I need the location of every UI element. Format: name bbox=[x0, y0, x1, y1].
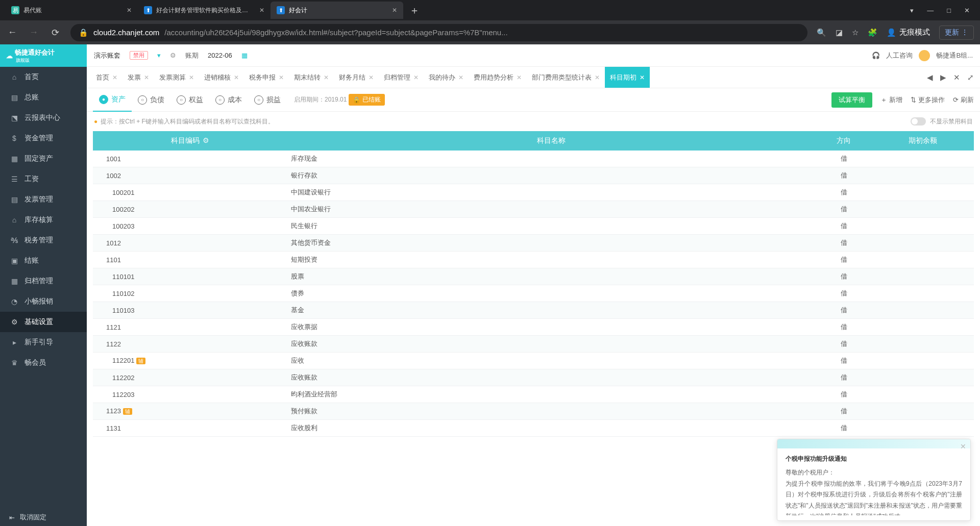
table-row[interactable]: 112201辅 应收 借 bbox=[93, 353, 974, 369]
subject-balance[interactable] bbox=[872, 302, 974, 319]
table-row[interactable]: 110101 股票 借 bbox=[93, 268, 974, 285]
maximize-icon[interactable]: □ bbox=[947, 7, 951, 14]
table-row[interactable]: 100201 中国建设银行 借 bbox=[93, 184, 974, 201]
page-tab-4[interactable]: 税务申报✕ bbox=[244, 67, 289, 88]
hide-disabled-toggle[interactable] bbox=[911, 117, 926, 126]
sidebar-item-5[interactable]: ☰工资 bbox=[0, 169, 87, 189]
star-icon[interactable]: ☆ bbox=[852, 28, 859, 37]
table-row[interactable]: 1101 短期投资 借 bbox=[93, 252, 974, 268]
table-row[interactable]: 100202 中国农业银行 借 bbox=[93, 201, 974, 218]
close-icon[interactable]: ✕ bbox=[640, 74, 645, 81]
close-icon[interactable]: ✕ bbox=[112, 74, 117, 81]
sidebar-item-1[interactable]: ▤总账 bbox=[0, 87, 87, 108]
close-all-icon[interactable]: ✕ bbox=[953, 73, 960, 82]
sidebar-item-4[interactable]: ▦固定资产 bbox=[0, 148, 87, 169]
add-button[interactable]: ＋ 新增 bbox=[880, 95, 902, 105]
sidebar-item-8[interactable]: ℁税务管理 bbox=[0, 230, 87, 251]
browser-tab-1[interactable]: ⬆ 好会计财务管理软件购买价格及… ✕ bbox=[138, 2, 271, 19]
close-icon[interactable]: ✕ bbox=[413, 74, 419, 81]
sidebar-item-3[interactable]: $资金管理 bbox=[0, 128, 87, 148]
sidebar-item-9[interactable]: ▣结账 bbox=[0, 251, 87, 271]
subject-balance[interactable] bbox=[872, 336, 974, 353]
sidebar-item-0[interactable]: ⌂首页 bbox=[0, 67, 87, 87]
table-row[interactable]: 100203 民生银行 借 bbox=[93, 218, 974, 235]
browser-tab-0[interactable]: 易 易代账 ✕ bbox=[5, 2, 138, 19]
close-icon[interactable]: ✕ bbox=[517, 74, 522, 81]
subject-balance[interactable] bbox=[872, 184, 974, 201]
page-tab-10[interactable]: 部门费用类型统计表✕ bbox=[527, 67, 605, 88]
close-icon[interactable]: ✕ bbox=[144, 74, 149, 81]
sidebar-item-11[interactable]: ◔小畅报销 bbox=[0, 291, 87, 312]
subject-balance[interactable] bbox=[872, 353, 974, 369]
chevron-down-icon[interactable]: ▾ bbox=[910, 7, 914, 14]
close-icon[interactable]: ✕ bbox=[259, 7, 264, 14]
user-name[interactable]: 畅捷通B组... bbox=[936, 51, 973, 60]
page-tab-6[interactable]: 财务月结✕ bbox=[334, 67, 379, 88]
close-window-icon[interactable]: ✕ bbox=[964, 7, 970, 14]
type-tab-成本[interactable]: ○成本 bbox=[209, 88, 248, 112]
close-icon[interactable]: ✕ bbox=[279, 74, 284, 81]
page-tab-5[interactable]: 期末结转✕ bbox=[289, 67, 334, 88]
close-icon[interactable]: ✕ bbox=[960, 442, 966, 450]
consult-link[interactable]: 人工咨询 bbox=[886, 51, 913, 60]
gear-icon[interactable]: ⚙ bbox=[170, 52, 176, 59]
subject-balance[interactable] bbox=[872, 403, 974, 420]
back-button[interactable]: ← bbox=[6, 27, 18, 38]
sidebar-item-14[interactable]: ♛畅会员 bbox=[0, 353, 87, 373]
subject-balance[interactable] bbox=[872, 420, 974, 437]
table-row[interactable]: 110103 基金 借 bbox=[93, 302, 974, 319]
gear-icon[interactable]: ⚙ bbox=[203, 136, 209, 144]
subject-balance[interactable] bbox=[872, 201, 974, 218]
type-tab-资产[interactable]: ●资产 bbox=[93, 88, 132, 112]
subject-balance[interactable] bbox=[872, 235, 974, 252]
extension-icon[interactable]: ◪ bbox=[836, 28, 843, 37]
puzzle-icon[interactable]: 🧩 bbox=[868, 28, 877, 37]
period-value[interactable]: 2022-06 bbox=[208, 52, 232, 59]
tabs-left-arrow[interactable]: ◀ bbox=[927, 73, 933, 82]
close-icon[interactable]: ✕ bbox=[127, 7, 132, 14]
type-tab-损益[interactable]: ○损益 bbox=[248, 88, 287, 112]
page-tab-0[interactable]: 首页✕ bbox=[91, 67, 122, 88]
table-row[interactable]: 1131 应收股利 借 bbox=[93, 420, 974, 437]
table-row[interactable]: 1123辅 预付账款 借 bbox=[93, 403, 974, 420]
sidebar-item-7[interactable]: ⌂库存核算 bbox=[0, 210, 87, 230]
page-tab-2[interactable]: 发票测算✕ bbox=[154, 67, 199, 88]
subject-balance[interactable] bbox=[872, 369, 974, 386]
sidebar-collapse[interactable]: ⇤ 取消固定 bbox=[0, 509, 87, 526]
update-button[interactable]: 更新 ⋮ bbox=[939, 26, 974, 40]
subject-balance[interactable] bbox=[872, 252, 974, 268]
table-row[interactable]: 1122 应收账款 借 bbox=[93, 336, 974, 353]
close-icon[interactable]: ✕ bbox=[189, 74, 194, 81]
subject-balance[interactable] bbox=[872, 151, 974, 167]
sidebar-item-10[interactable]: ▦归档管理 bbox=[0, 271, 87, 291]
table-row[interactable]: 112202 应收账款 借 bbox=[93, 369, 974, 386]
browser-tab-2[interactable]: ⬆ 好会计 ✕ bbox=[271, 2, 403, 19]
table-row[interactable]: 1001 库存现金 借 bbox=[93, 151, 974, 167]
more-actions[interactable]: ⇅ 更多操作 bbox=[911, 95, 945, 105]
type-tab-权益[interactable]: ○权益 bbox=[170, 88, 209, 112]
disable-tag[interactable]: 禁用 bbox=[130, 51, 148, 60]
table-row[interactable]: 110102 债券 借 bbox=[93, 285, 974, 302]
sidebar-item-2[interactable]: ⬔云报表中心 bbox=[0, 108, 87, 128]
type-tab-负债[interactable]: ○负债 bbox=[132, 88, 170, 112]
subject-balance[interactable] bbox=[872, 218, 974, 235]
new-tab-button[interactable]: ＋ bbox=[403, 4, 426, 17]
close-icon[interactable]: ✕ bbox=[392, 7, 397, 14]
page-tab-8[interactable]: 我的待办✕ bbox=[424, 67, 469, 88]
subject-balance[interactable] bbox=[872, 319, 974, 336]
page-tab-9[interactable]: 费用趋势分析✕ bbox=[469, 67, 527, 88]
table-row[interactable]: 112203 昀利酒业经营部 借 bbox=[93, 386, 974, 403]
close-icon[interactable]: ✕ bbox=[595, 74, 600, 81]
zoom-icon[interactable]: 🔍 bbox=[817, 28, 826, 37]
minimize-icon[interactable]: ― bbox=[927, 7, 934, 14]
sidebar-item-12[interactable]: ⚙基础设置 bbox=[0, 312, 87, 332]
close-icon[interactable]: ✕ bbox=[324, 74, 329, 81]
calendar-icon[interactable]: ▦ bbox=[241, 52, 248, 59]
tabs-right-arrow[interactable]: ▶ bbox=[940, 73, 946, 82]
page-tab-3[interactable]: 进销稽核✕ bbox=[199, 67, 244, 88]
table-row[interactable]: 1002 银行存款 借 bbox=[93, 167, 974, 184]
sidebar-item-13[interactable]: ▸新手引导 bbox=[0, 332, 87, 353]
close-icon[interactable]: ✕ bbox=[369, 74, 374, 81]
expand-icon[interactable]: ⤢ bbox=[967, 73, 974, 82]
table-row[interactable]: 1012 其他货币资金 借 bbox=[93, 235, 974, 252]
